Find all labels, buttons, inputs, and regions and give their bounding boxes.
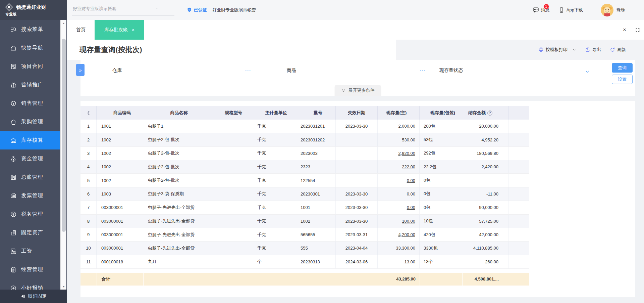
sidebar-item-sales-mgmt[interactable]: 销售管理 xyxy=(0,94,60,113)
qty-drilldown-link[interactable]: 2,000.00 xyxy=(398,124,415,129)
table-row[interactable]: 51002虫腿子2-包-批次千克1225540.000包 xyxy=(80,174,529,187)
top-bar: 好业财专业版演示帐套 已认证 好业财专业版演示帐套 消息 1 xyxy=(67,0,644,20)
cell-row-number: 2 xyxy=(80,133,97,146)
help-question-icon[interactable]: ? xyxy=(487,111,492,116)
table-row[interactable]: 31002虫腿子2-包-批次千克20230032,920.00292包180,5… xyxy=(80,147,529,160)
cell-row-number: 4 xyxy=(80,160,97,173)
table-row[interactable]: 21002虫腿子2-包-批次千克2023031202530.0053包4,952… xyxy=(80,133,529,146)
app-download-button[interactable]: App下载 xyxy=(558,7,583,13)
sidebar-item-label: 快捷导航 xyxy=(21,44,43,51)
sidebar-item-fixed-assets[interactable]: 固定资产 xyxy=(0,223,60,242)
print-options-chevron-icon[interactable] xyxy=(572,48,576,52)
table-row[interactable]: 61003虫腿子3-袋-保质期千克202303012023-03-300.000… xyxy=(80,187,529,201)
sidebar-scrollbar[interactable]: ▲ ▼ xyxy=(60,20,66,290)
warehouse-filter-input[interactable]: ··· xyxy=(127,67,253,77)
sidebar-item-project-contract[interactable]: 项目合同 xyxy=(0,57,60,76)
product-filter-input[interactable]: ··· xyxy=(302,67,428,77)
column-header[interactable]: 商品编码 xyxy=(97,106,143,120)
column-header[interactable]: 现存量(包装) xyxy=(420,106,462,120)
messages-button[interactable]: 消息 1 xyxy=(533,7,550,13)
scroll-down-arrow-icon[interactable]: ▼ xyxy=(61,284,67,289)
cell-batch-number: 555 xyxy=(295,242,336,255)
cell-product-name: 虫腿子2-包-批次 xyxy=(143,160,210,173)
query-button[interactable]: 查询 xyxy=(612,63,633,73)
refresh-button[interactable]: 刷新 xyxy=(610,47,626,53)
warehouse-picker-ellipsis-icon[interactable]: ··· xyxy=(245,68,251,74)
qty-drilldown-link[interactable]: 0.00 xyxy=(407,178,415,183)
sidebar-item-salary[interactable]: 工资 xyxy=(0,242,60,260)
sidebar-item-expense[interactable]: 小好报销 xyxy=(0,279,60,290)
column-settings-gear-icon[interactable] xyxy=(86,111,91,116)
qty-drilldown-link[interactable]: 0.00 xyxy=(407,191,415,197)
stock-status-chevron-down-icon[interactable] xyxy=(585,69,590,74)
refresh-label: 刷新 xyxy=(617,47,626,53)
qty-drilldown-link[interactable]: 530.00 xyxy=(402,137,415,142)
cell-qty-main: 13.00 xyxy=(378,255,420,268)
export-button[interactable]: 导出 xyxy=(585,47,601,53)
sidebar-item-inventory-accounting[interactable]: 库存核算 xyxy=(0,131,60,149)
column-header[interactable]: 失效日期 xyxy=(336,106,378,120)
qty-drilldown-link[interactable]: 100.00 xyxy=(402,219,415,224)
cell-batch-number: 2023031201 xyxy=(295,120,336,133)
sidebar-item-general-ledger[interactable]: 总账管理 xyxy=(0,168,60,186)
expand-more-conditions-button[interactable]: 展开更多条件 xyxy=(335,85,381,96)
table-row[interactable]: 11001虫腿子1千克20230312012023-03-302,000.002… xyxy=(80,120,529,133)
column-header-label: 失效日期 xyxy=(348,110,365,116)
cell-balance-amount xyxy=(462,174,509,187)
table-row[interactable]: 11000100018九月个202303132024-03-0613.0013个… xyxy=(80,255,529,269)
tab-inventory-batch-label: 库存批次账 xyxy=(104,27,128,33)
sidebar-item-label: 小好报销 xyxy=(21,285,43,290)
scroll-up-arrow-icon[interactable]: ▲ xyxy=(61,21,67,26)
qty-drilldown-link[interactable]: 222.00 xyxy=(402,164,415,169)
tab-home[interactable]: 首页 xyxy=(67,20,95,40)
column-header[interactable]: 现存量(主) xyxy=(378,106,420,120)
user-menu[interactable]: 珠珠 xyxy=(601,4,625,16)
sidebar-item-quick-nav[interactable]: 快捷导航 xyxy=(0,39,60,57)
tab-inventory-batch[interactable]: 库存批次账 × xyxy=(95,20,144,40)
sidebar-item-purchase-mgmt[interactable]: 采购管理 xyxy=(0,113,60,131)
sidebar-item-search-menu[interactable]: 搜索菜单 xyxy=(0,20,60,39)
qty-drilldown-link[interactable]: 2,920.00 xyxy=(398,151,415,156)
scrollbar-thumb[interactable] xyxy=(62,39,66,232)
cell-product-name: 虫腿子-先进先出-全部贷 xyxy=(143,242,210,255)
close-page-button[interactable]: × xyxy=(618,20,631,40)
account-set-select[interactable]: 好业财专业版演示帐套 xyxy=(72,4,174,16)
column-header-label: 现存量(主) xyxy=(386,110,407,116)
print-by-template-button[interactable]: 按模板打印 xyxy=(538,47,576,53)
sidebar-item-tax-mgmt[interactable]: 税务管理 xyxy=(0,205,60,223)
column-header[interactable]: 商品名称 xyxy=(143,106,210,120)
product-filter-label: 商品 xyxy=(287,68,296,74)
qty-drilldown-link[interactable]: 0.00 xyxy=(407,205,415,210)
column-header[interactable]: 规格型号 xyxy=(210,106,252,120)
column-header[interactable]: 结存金额? xyxy=(462,106,509,120)
table-row[interactable]: 41002虫腿子2-包-批次千克2323222.0022.2包2,420.00 xyxy=(80,160,529,174)
tab-home-label: 首页 xyxy=(76,27,86,33)
sidebar-item-invoice-mgmt[interactable]: 发票管理 xyxy=(0,186,60,205)
cell-product-code: 1002 xyxy=(97,133,143,146)
sidebar-item-funds-mgmt[interactable]: 资金管理 xyxy=(0,149,60,168)
table-row[interactable]: 7003000001虫腿子-先进先出-全部贷千克10012023-03-300.… xyxy=(80,201,529,214)
fullscreen-button[interactable] xyxy=(631,20,644,40)
table-row[interactable]: 9003000001虫腿子-先进先出-全部贷千克5656552023-03-31… xyxy=(80,228,529,242)
unpin-sidebar-button[interactable]: 取消固定 xyxy=(0,290,67,303)
table-row[interactable]: 8003000001虫腿子-先进先出-全部贷千克10022023-03-3010… xyxy=(80,215,529,228)
tab-close-icon[interactable]: × xyxy=(132,27,135,33)
cell-qty-package: 10包 xyxy=(420,215,462,228)
collapse-filter-button[interactable]: » xyxy=(76,64,85,76)
settings-button[interactable]: 设置 xyxy=(612,75,633,84)
chevron-down-icon xyxy=(155,6,159,11)
column-header[interactable]: 批号 xyxy=(295,106,336,120)
cell-empty xyxy=(509,147,529,160)
stock-status-filter-select[interactable] xyxy=(471,67,590,77)
product-picker-ellipsis-icon[interactable]: ··· xyxy=(420,68,426,74)
qty-drilldown-link[interactable]: 4,200.00 xyxy=(398,232,415,237)
table-row[interactable]: 10003000001虫腿子-先进先出-全部贷千克5552023-04-0433… xyxy=(80,242,529,255)
table-header-row: 商品编码商品名称规格型号主计量单位批号失效日期现存量(主)现存量(包装)结存金额… xyxy=(80,106,529,120)
qty-drilldown-link[interactable]: 33,300.00 xyxy=(396,246,415,251)
sidebar-item-label: 项目合同 xyxy=(21,63,43,70)
sidebar-item-marketing[interactable]: 营销推广 xyxy=(0,76,60,94)
cell-product-name: 虫腿子1 xyxy=(143,120,210,133)
sidebar-item-business-mgmt[interactable]: 经营管理 xyxy=(0,260,60,279)
column-header[interactable]: 主计量单位 xyxy=(252,106,295,120)
qty-drilldown-link[interactable]: 13.00 xyxy=(404,259,415,264)
